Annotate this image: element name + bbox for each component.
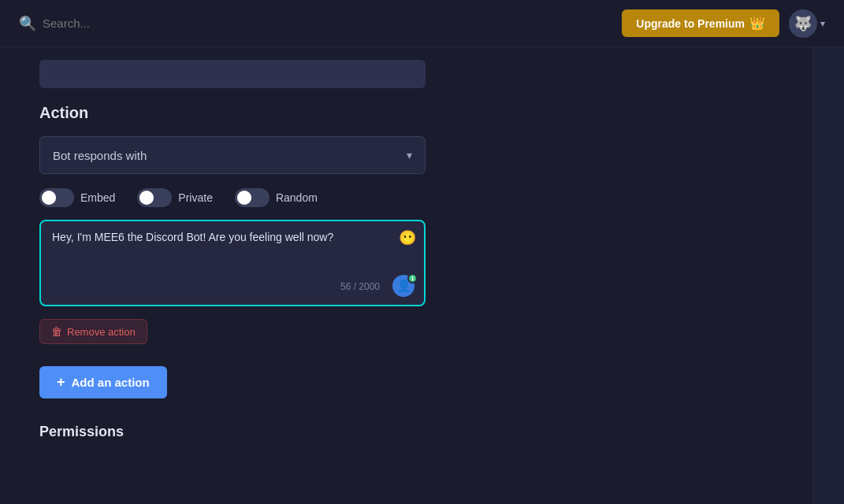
main-content: Action Bot responds with ▾ Embed Private: [0, 47, 844, 504]
add-action-label: Add an action: [72, 376, 150, 389]
right-sidebar: [812, 47, 844, 504]
embed-toggle-knob: [42, 191, 56, 205]
user-icon-badge: 👤 1: [392, 275, 416, 298]
user-avatar-wrap[interactable]: 🐺 ▾: [789, 9, 825, 38]
private-toggle[interactable]: [137, 188, 172, 207]
trash-icon: 🗑: [51, 325, 62, 338]
user-badge-count: 1: [407, 273, 418, 284]
remove-action-label: Remove action: [67, 326, 136, 338]
message-textarea-container: Hey, I'm MEE6 the Discord Bot! Are you f…: [39, 220, 426, 306]
gray-bar: [39, 60, 426, 88]
dropdown-label: Bot responds with: [53, 149, 147, 162]
upgrade-button[interactable]: Upgrade to Premium 👑: [622, 9, 779, 37]
char-count: 56 / 2000: [340, 281, 380, 292]
random-toggle[interactable]: [235, 188, 270, 207]
search-area: 🔍: [19, 15, 622, 32]
crown-icon: 👑: [749, 16, 765, 31]
header-right: Upgrade to Premium 👑 🐺 ▾: [622, 9, 825, 38]
search-input[interactable]: [43, 17, 200, 30]
private-toggle-label: Private: [178, 191, 213, 204]
search-icon: 🔍: [19, 15, 36, 32]
permissions-title: Permissions: [39, 424, 805, 440]
dropdown-arrow-icon: ▾: [407, 149, 412, 161]
bot-responds-dropdown[interactable]: Bot responds with ▾: [39, 136, 426, 174]
action-section: Action Bot responds with ▾ Embed Private: [39, 104, 805, 344]
embed-toggle-label: Embed: [80, 191, 115, 204]
add-action-button[interactable]: + Add an action: [39, 366, 167, 398]
upgrade-label: Upgrade to Premium: [636, 17, 745, 30]
random-toggle-label: Random: [276, 191, 318, 204]
chevron-down-icon: ▾: [820, 18, 825, 29]
action-section-title: Action: [39, 104, 805, 122]
permissions-section: Permissions: [39, 424, 805, 440]
emoji-icon[interactable]: 😶: [399, 229, 416, 246]
avatar: 🐺: [789, 9, 817, 38]
header: 🔍 Upgrade to Premium 👑 🐺 ▾: [0, 0, 844, 47]
private-toggle-knob: [139, 191, 154, 205]
plus-icon: +: [57, 374, 65, 391]
message-textarea[interactable]: Hey, I'm MEE6 the Discord Bot! Are you f…: [52, 231, 413, 278]
random-toggle-knob: [237, 191, 251, 205]
toggle-random-item: Random: [235, 188, 318, 207]
toggle-private-item: Private: [137, 188, 213, 207]
toggle-embed-item: Embed: [39, 188, 115, 207]
embed-toggle[interactable]: [39, 188, 74, 207]
toggle-row: Embed Private Random: [39, 188, 805, 207]
remove-action-button[interactable]: 🗑 Remove action: [39, 319, 147, 344]
